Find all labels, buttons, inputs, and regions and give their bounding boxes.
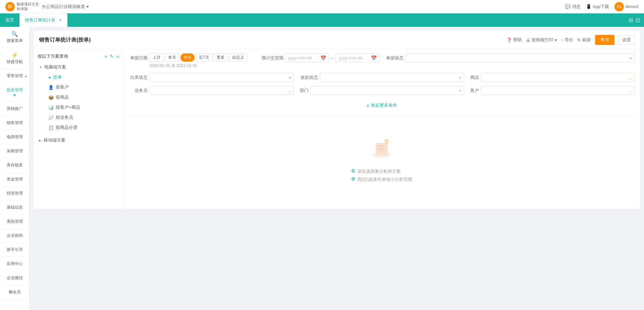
sidebar-item-ecommerce[interactable]: 电商管理 [0, 130, 29, 144]
print-icon: 🖨 [526, 38, 530, 43]
edit-scheme-icon[interactable]: ✎ [110, 54, 114, 59]
refresh-button[interactable]: ↻ 刷新 [577, 37, 591, 43]
tree-item-by-customer[interactable]: 👤 按客户 [38, 82, 123, 92]
last-7-days-btn[interactable]: 近7天 [196, 53, 212, 62]
sidebar-item-marketing[interactable]: 营销推广 [0, 102, 29, 116]
tree-mobile-label: 移动端方案 [44, 137, 65, 143]
export-icon: ↑ [561, 38, 564, 43]
sidebar-item-label-retail: 零售管理 [0, 73, 29, 79]
username: demo2 [625, 4, 639, 9]
tip-1-text: 请先选择要分析的方案 [357, 168, 401, 174]
product-input[interactable]: ... [481, 73, 635, 82]
shipment-status-select-wrapper: ▾ [150, 73, 294, 82]
sidebar-item-wholesale[interactable]: 批发管理 [0, 83, 29, 102]
expected-date-group: 预计交货期 📅 — [262, 53, 379, 62]
print-button[interactable]: 🖨 按模板打印 ▾ [526, 37, 557, 43]
this-month-btn[interactable]: 本月 [165, 53, 179, 62]
customer-ellipsis[interactable]: ... [628, 88, 632, 93]
salesperson-ellipsis[interactable]: ... [287, 88, 291, 93]
refresh-label: 刷新 [582, 37, 591, 43]
app-download-action[interactable]: 📱 App下载 [586, 4, 609, 10]
sidebar-item-app-center[interactable]: 应用中心 [0, 257, 29, 271]
sidebar-item-member[interactable]: 畅会员 [0, 285, 29, 299]
add-scheme-icon[interactable]: + [104, 54, 107, 59]
doc-status-group: 单据状态 ▾ [385, 53, 635, 62]
tab-home[interactable]: 首页 [0, 13, 19, 27]
sidebar-item-enterprise[interactable]: 企业协同 [0, 229, 29, 243]
tree-mobile-expand-icon: ▶ [39, 139, 42, 142]
tree-item-by-product[interactable]: 📦 按商品 [38, 92, 123, 102]
this-year-btn[interactable]: 本年 [180, 53, 195, 62]
shipment-status-select[interactable] [150, 73, 294, 82]
content-layout: 按以下方案查询 + ✎ « ▼ 电脑端方案 [34, 49, 640, 209]
tree-item-by-customer-label: 按客户 [56, 84, 69, 90]
empty-icon: ? [368, 136, 395, 163]
payment-status-select[interactable] [320, 73, 464, 82]
expected-date-label: 预计交货期 [262, 55, 283, 61]
tab-minimize-icon[interactable]: ⊟ [629, 17, 633, 23]
svg-rect-2 [377, 146, 386, 147]
sidebar-item-label-enterprise: 企业协同 [0, 233, 29, 239]
export-button[interactable]: ↑ 导出 [561, 37, 574, 43]
search-button[interactable]: 查询 [595, 35, 614, 45]
salesperson-input[interactable]: ... [150, 86, 294, 95]
sidebar-item-label-search: 搜索菜单 [0, 38, 29, 44]
sidebar-item-search-menu[interactable]: 🔍 搜索菜单 [0, 27, 29, 48]
tab-sales-label: 销售订单统计表 [25, 17, 55, 23]
doc-date-group: 单据日期 上月 本月 本年 近7天 更多 自定义 [129, 53, 256, 69]
panel-header: 按以下方案查询 + ✎ « [34, 53, 123, 62]
right-panel: 单据日期 上月 本月 本年 近7天 更多 自定义 [123, 49, 640, 209]
by-order-icon: ● [48, 75, 51, 80]
tree-item-by-category-label: 按商品分类 [56, 124, 77, 131]
tree-mobile-section[interactable]: ▶ 移动端方案 [34, 135, 123, 145]
sidebar-item-basic-info[interactable]: 基础信息 [0, 201, 29, 215]
department-group: 部门 ▾ [299, 86, 464, 95]
page-title: 销售订单统计表(按单) [39, 37, 91, 44]
doc-status-select[interactable] [406, 53, 635, 62]
department-select[interactable] [311, 86, 464, 95]
sidebar-item-label-basic: 基础信息 [0, 205, 29, 210]
top-bar-left: 好 畅捷通好生意 标准版 办公用品行业模拟账套 ▾ [5, 2, 89, 11]
logo-text: 畅捷通好生意 标准版 [17, 2, 39, 11]
tree-pc-section[interactable]: ▼ 电脑端方案 [34, 62, 123, 72]
tree-item-by-order[interactable]: ● 按单 [38, 72, 123, 82]
tree-item-by-customer-product[interactable]: 📊 按客户+商品 [38, 102, 123, 112]
date-range-display: 2023-01-01 至 2023-12-31 [150, 63, 247, 69]
sidebar-item-retail[interactable]: 零售管理 [0, 69, 29, 83]
tab-maximize-icon[interactable]: ⊡ [636, 17, 640, 23]
custom-btn[interactable]: 自定义 [229, 53, 247, 62]
sidebar-item-purchase[interactable]: 采购管理 [0, 144, 29, 158]
tab-close-icon[interactable]: ✕ [59, 18, 62, 22]
sidebar-item-system[interactable]: 系统管理 [0, 215, 29, 229]
sidebar-item-label-appcenter: 应用中心 [0, 261, 29, 267]
user-area[interactable]: Ea demo2 [614, 2, 639, 11]
sidebar-item-operations[interactable]: 经营管理 [0, 187, 29, 201]
salesperson-label: 业务员 [129, 88, 148, 94]
sidebar-item-enterprise-wechat[interactable]: 企业微信 [0, 271, 29, 285]
logo-area: 好 畅捷通好生意 标准版 [5, 2, 39, 11]
customer-input[interactable]: ... [481, 86, 635, 95]
tree-item-by-product-category[interactable]: 📋 按商品分类 [38, 122, 123, 133]
help-button[interactable]: ❓ 帮助 [506, 37, 522, 43]
export-label: 导出 [565, 37, 573, 43]
prev-month-btn[interactable]: 上月 [150, 53, 164, 62]
settings-button[interactable]: 设置 [619, 35, 635, 45]
panel-header-label: 按以下方案查询 [38, 53, 68, 59]
tab-bar-actions: ⊟ ⊡ [629, 17, 644, 23]
sidebar-item-label-wholesale: 批发管理 [0, 87, 29, 93]
sidebar-item-finance[interactable]: 资金管理 [0, 172, 29, 187]
sidebar-item-quick-nav[interactable]: ⚡ 快捷导航 [0, 48, 29, 69]
department-select-wrapper: ▾ [311, 86, 464, 95]
sidebar-item-tutorial[interactable]: 新手引导 [0, 243, 29, 257]
tree-item-by-salesperson[interactable]: 📈 按业务员 [38, 112, 123, 122]
sidebar-item-sales[interactable]: 销售管理 [0, 116, 29, 130]
collapse-more-btn[interactable]: ∧ 收起更多条件 [129, 99, 635, 112]
expected-date-end-wrapper: 📅 [336, 53, 379, 62]
message-action[interactable]: 💬 消息 [565, 4, 581, 10]
more-btn[interactable]: 更多 [214, 53, 228, 62]
collapse-panel-icon[interactable]: « [116, 54, 119, 59]
product-ellipsis[interactable]: ... [628, 75, 632, 80]
tab-sales-order-stats[interactable]: 销售订单统计表 ✕ [19, 13, 67, 27]
tree-pc-label: 电脑端方案 [44, 64, 66, 70]
sidebar-item-inventory[interactable]: 库存核算 [0, 158, 29, 172]
